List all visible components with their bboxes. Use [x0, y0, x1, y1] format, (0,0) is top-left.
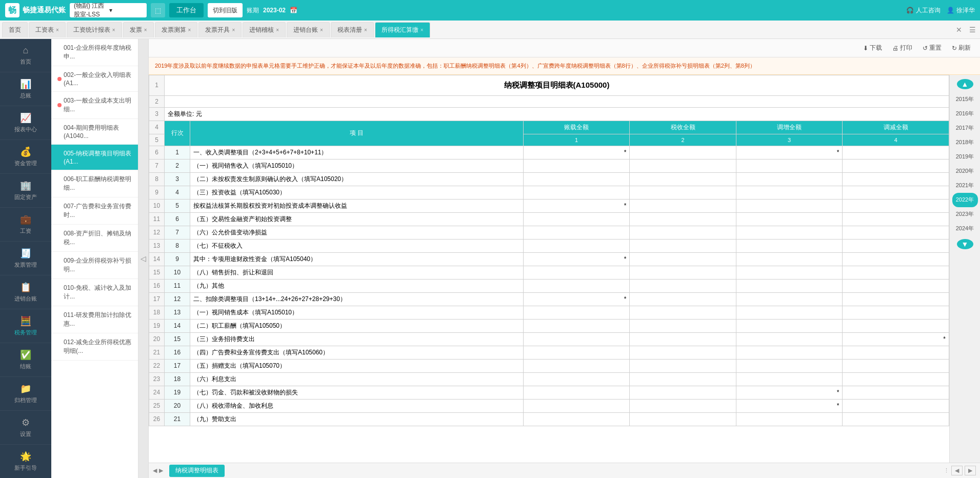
value-f-cell[interactable] [843, 146, 949, 159]
value-f-cell[interactable] [843, 372, 949, 386]
sidebar-item-salary[interactable]: 💼 工资 [0, 208, 51, 242]
user-menu[interactable]: 👤 徐泽华 [947, 6, 975, 15]
value-e-cell[interactable]: * [736, 146, 843, 159]
value-e-cell[interactable] [736, 372, 843, 386]
item-cell[interactable]: （四）广告费和业务宣传费支出（填写A105060） [190, 346, 524, 359]
value-c-cell[interactable] [523, 372, 630, 386]
value-c-cell[interactable] [523, 359, 630, 372]
item-cell[interactable]: （六）公允价值变动净损益 [190, 226, 524, 239]
tab-purchase-check[interactable]: 进销稽核 × [243, 22, 286, 37]
sidebar-item-report[interactable]: 📈 报表中心 [0, 106, 51, 140]
value-e-cell[interactable] [736, 239, 843, 252]
value-e-cell[interactable] [736, 279, 843, 292]
item-cell[interactable]: （三）业务招待费支出 [190, 332, 524, 346]
sub-nav-item-007[interactable]: 007-广告费和业务宣传费时... [51, 197, 138, 225]
tab-invoice[interactable]: 发票 × [123, 22, 154, 37]
reset-btn[interactable]: ↺ 重置 [919, 42, 945, 54]
sidebar-item-archive[interactable]: 📁 归档管理 [0, 377, 51, 411]
tab-salary[interactable]: 工资表 × [29, 22, 66, 37]
value-f-cell[interactable] [843, 226, 949, 239]
value-c-cell[interactable] [523, 279, 630, 292]
tab-tax-form-close[interactable]: × [364, 27, 367, 33]
year-item[interactable]: 2021年 [952, 178, 978, 193]
value-c-cell[interactable] [523, 319, 630, 332]
value-e-cell[interactable] [736, 332, 843, 346]
tab-invoice-calc[interactable]: 发票测算 × [155, 22, 198, 37]
sub-nav-item-012[interactable]: 012-减免企业所得税优惠明细(... [51, 333, 138, 361]
scroll-left-tab-btn[interactable]: ◀ [153, 467, 157, 474]
item-cell[interactable]: （二）未按权责发生制原则确认的收入（填写A105020） [190, 172, 524, 186]
value-c-cell[interactable]: * [523, 146, 630, 159]
value-d-cell[interactable] [630, 306, 736, 319]
sub-nav-item-011[interactable]: 011-研发费用加计扣除优惠... [51, 306, 138, 333]
value-e-cell[interactable] [736, 359, 843, 372]
tab-invoice-close[interactable]: × [144, 27, 147, 33]
value-d-cell[interactable] [630, 239, 736, 252]
collapse-subnav-btn[interactable]: ◁ [138, 39, 149, 478]
tab-salary-stat[interactable]: 工资统计报表 × [67, 22, 122, 37]
value-e-cell[interactable] [736, 159, 843, 172]
value-c-cell[interactable]: * [523, 292, 630, 306]
print-btn[interactable]: 🖨 打印 [889, 42, 915, 54]
value-f-cell[interactable] [843, 292, 949, 306]
sub-nav-item-006[interactable]: 006-职工薪酬纳税调整明细... [51, 170, 138, 197]
value-c-cell[interactable] [523, 386, 630, 399]
item-cell[interactable]: （八）税收滞纳金、加收利息 [190, 399, 524, 412]
value-c-cell[interactable] [523, 412, 630, 426]
tab-home[interactable]: 首页 [2, 22, 28, 37]
item-cell[interactable]: （一）视同销售成本（填写A105010） [190, 306, 524, 319]
value-e-cell[interactable] [736, 199, 843, 212]
item-cell[interactable]: （五）捐赠支出（填写A105070） [190, 359, 524, 372]
tab-invoice-calc-close[interactable]: × [188, 27, 191, 33]
value-f-cell[interactable] [843, 319, 949, 332]
scroll-h-right-btn[interactable]: ▶ [965, 466, 976, 475]
item-cell[interactable]: （五）交易性金融资产初始投资调整 [190, 212, 524, 226]
value-e-cell[interactable] [736, 252, 843, 266]
year-item[interactable]: 2019年 [952, 150, 978, 164]
sheet-tab-active[interactable]: 纳税调整明细表 [169, 465, 225, 477]
value-f-cell[interactable] [843, 412, 949, 426]
value-c-cell[interactable] [523, 399, 630, 412]
tab-salary-close[interactable]: × [56, 27, 59, 33]
item-cell[interactable]: 一、收入类调整项目（2+3+4+5+6+7+8+10+11） [190, 146, 524, 159]
item-cell[interactable]: （三）投资收益（填写A105030） [190, 186, 524, 199]
consult-btn[interactable]: 🎧 人工咨询 [906, 6, 941, 15]
value-f-cell[interactable] [843, 306, 949, 319]
value-f-cell[interactable] [843, 159, 949, 172]
item-cell[interactable]: （九）赞助支出 [190, 412, 524, 426]
value-c-cell[interactable] [523, 159, 630, 172]
refresh-btn[interactable]: ↻ 刷新 [949, 42, 974, 54]
value-c-cell[interactable] [523, 212, 630, 226]
year-item[interactable]: 2017年 [952, 121, 978, 135]
sub-nav-item-010[interactable]: 010-免税、减计收入及加计... [51, 279, 138, 306]
year-down-btn[interactable]: ▼ [957, 239, 973, 249]
value-d-cell[interactable] [630, 279, 736, 292]
sidebar-item-asset-mgmt[interactable]: 💰 资金管理 [0, 140, 51, 174]
tab-purchase-check-close[interactable]: × [276, 27, 279, 33]
value-e-cell[interactable]: * [736, 386, 843, 399]
year-item[interactable]: 2018年 [952, 135, 978, 150]
value-d-cell[interactable] [630, 266, 736, 279]
value-e-cell[interactable]: * [736, 399, 843, 412]
value-c-cell[interactable] [523, 186, 630, 199]
download-btn[interactable]: ⬇ 下载 [860, 42, 885, 54]
item-cell[interactable]: 按权益法核算长期股权投资对初始投资成本调整确认收益 [190, 199, 524, 212]
value-d-cell[interactable] [630, 226, 736, 239]
value-f-cell[interactable] [843, 266, 949, 279]
value-d-cell[interactable] [630, 212, 736, 226]
value-d-cell[interactable] [630, 252, 736, 266]
sub-nav-item-003[interactable]: 003-一般企业成本支出明细... [51, 92, 138, 119]
value-d-cell[interactable] [630, 359, 736, 372]
value-d-cell[interactable] [630, 319, 736, 332]
item-cell[interactable]: 二、扣除类调整项目（13+14+...24+26+27+28+29+30） [190, 292, 524, 306]
year-item[interactable]: 2020年 [952, 164, 978, 178]
value-c-cell[interactable]: * [523, 199, 630, 212]
value-f-cell[interactable] [843, 239, 949, 252]
switch-old-btn[interactable]: 切到旧版 [208, 3, 243, 17]
tab-tax-form[interactable]: 税表清册 × [331, 22, 374, 37]
value-d-cell[interactable] [630, 399, 736, 412]
value-c-cell[interactable]: * [523, 252, 630, 266]
year-item[interactable]: 2024年 [952, 222, 978, 236]
sidebar-item-invoice-mgmt[interactable]: 🧾 发票管理 [0, 242, 51, 275]
tab-invoice-open[interactable]: 发票开具 × [198, 22, 242, 37]
